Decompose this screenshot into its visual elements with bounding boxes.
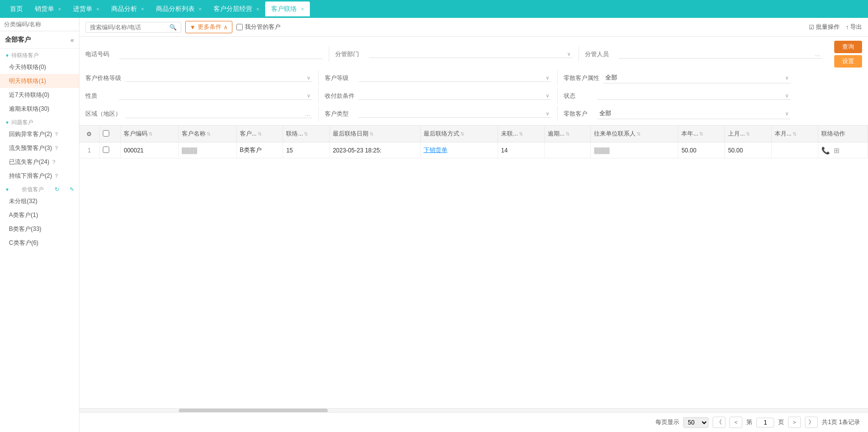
filter-customer-type: 客户类型 ∨ bbox=[325, 110, 552, 118]
filter-person-select[interactable]: … bbox=[619, 50, 822, 59]
per-page-select[interactable]: 50 100 200 bbox=[683, 417, 709, 428]
sidebar-value-edit[interactable]: ✎ bbox=[70, 186, 74, 193]
sort-name-icon[interactable]: ⇅ bbox=[207, 131, 211, 137]
query-btn[interactable]: 查询 bbox=[834, 41, 862, 53]
td-company-contact: ████ bbox=[591, 143, 678, 158]
sort-overdue-icon[interactable]: ⇅ bbox=[566, 131, 570, 137]
sidebar-item-today[interactable]: 今天待联络(0) bbox=[0, 60, 79, 74]
sort-this-year-icon[interactable]: ⇅ bbox=[699, 131, 703, 137]
filter-arrow-icon: ∧ bbox=[223, 24, 228, 31]
top-nav: 首页 销货单 × 进货单 × 商品分析 × 商品分析列表 × 客户分层经营 × … bbox=[0, 0, 868, 18]
sidebar-item-class-a[interactable]: A类客户(1) bbox=[0, 208, 79, 222]
action-phone-icon[interactable]: 📞 bbox=[821, 146, 830, 154]
horizontal-scrollbar[interactable] bbox=[79, 408, 868, 412]
nav-purchase[interactable]: 进货单 × bbox=[67, 1, 105, 16]
more-filter-btn[interactable]: ▼ 更多条件 ∧ bbox=[185, 21, 232, 33]
sidebar-item-class-b[interactable]: B类客户(33) bbox=[0, 222, 79, 236]
page-number-input[interactable] bbox=[756, 418, 774, 428]
last-page-btn[interactable]: 》 bbox=[805, 417, 818, 428]
filter-price-grade-select[interactable]: ∨ bbox=[125, 74, 312, 82]
sort-company-contact-icon[interactable]: ⇅ bbox=[637, 131, 641, 137]
sort-no-contact-icon[interactable]: ⇅ bbox=[519, 131, 523, 137]
filter-region-select[interactable]: … bbox=[125, 110, 312, 118]
filter-customer-grade-select[interactable]: ∨ bbox=[359, 74, 552, 82]
sidebar-item-7days[interactable]: 近7天待联络(0) bbox=[0, 88, 79, 102]
sort-method-icon[interactable]: ⇅ bbox=[460, 131, 464, 137]
sidebar-item-abnormal[interactable]: 回购异常客户(2) ？ bbox=[0, 127, 79, 141]
nav-customer-contact[interactable]: 客户联络 × bbox=[265, 1, 310, 16]
td-code: 000021 bbox=[121, 143, 179, 158]
sidebar-value-refresh[interactable]: ↻ bbox=[55, 186, 59, 193]
filter-retail-select[interactable]: 全部 ∨ bbox=[597, 108, 791, 119]
sidebar-item-tomorrow[interactable]: 明天待联络(1) bbox=[0, 74, 79, 88]
filter-region: 区域（地区） … bbox=[85, 110, 312, 118]
filter-divider-2 bbox=[579, 47, 579, 62]
main-search-input[interactable] bbox=[90, 24, 169, 31]
sidebar-item-ungroup[interactable]: 未分组(32) bbox=[0, 194, 79, 208]
td-this-month bbox=[771, 143, 818, 158]
sort-date-icon[interactable]: ⇅ bbox=[369, 131, 373, 137]
sidebar-item-class-c[interactable]: C类客户(6) bbox=[0, 236, 79, 250]
nav-sales[interactable]: 销货单 × bbox=[29, 1, 67, 16]
set-btn[interactable]: 设置 bbox=[834, 55, 862, 68]
filter-phone-input[interactable] bbox=[119, 50, 323, 59]
row-checkbox[interactable] bbox=[103, 146, 109, 153]
nav-product-list-close[interactable]: × bbox=[199, 6, 202, 12]
th-gear[interactable]: ⚙ bbox=[79, 126, 99, 143]
nav-sales-close[interactable]: × bbox=[58, 6, 61, 12]
action-grid-icon[interactable]: ⊞ bbox=[834, 146, 840, 154]
gear-icon[interactable]: ⚙ bbox=[86, 131, 92, 138]
filter-status-select[interactable]: ∨ bbox=[597, 92, 791, 100]
sidebar-collapse-icon[interactable]: « bbox=[71, 36, 74, 44]
my-customers-checkbox-label[interactable]: 我分管的客户 bbox=[236, 23, 281, 31]
batch-op-btn[interactable]: ☑ 批量操作 bbox=[809, 23, 840, 31]
td-last-method-link[interactable]: 下销货单 bbox=[424, 146, 447, 153]
select-all-checkbox[interactable] bbox=[103, 130, 109, 137]
filter-payment-arrow: ∨ bbox=[546, 93, 549, 98]
sidebar-item-abnormal-icon: ？ bbox=[54, 131, 59, 137]
table-header-row: ⚙ 客户编码 ⇅ 客户名称 bbox=[79, 126, 868, 143]
filter-status: 状态 ∨ bbox=[564, 92, 791, 100]
filter-dept-select[interactable]: ∨ bbox=[369, 50, 573, 58]
nav-product-list[interactable]: 商品分析列表 × bbox=[150, 1, 208, 16]
sort-type-icon[interactable]: ⇅ bbox=[258, 131, 262, 137]
main-search-icon[interactable]: 🔍 bbox=[169, 24, 177, 31]
filter-nature: 性质 ∨ bbox=[85, 92, 312, 100]
sidebar-search-input[interactable] bbox=[4, 21, 78, 28]
td-company-contact-blur: ████ bbox=[594, 147, 609, 153]
filter-region-more: … bbox=[305, 111, 310, 117]
td-checkbox bbox=[99, 143, 121, 158]
sidebar-item-churned[interactable]: 已流失客户(24) ？ bbox=[0, 155, 79, 169]
sidebar-all-customers[interactable]: 全部客户 « bbox=[0, 31, 79, 49]
filter-customer-type-select[interactable]: ∨ bbox=[359, 110, 552, 118]
nav-purchase-close[interactable]: × bbox=[96, 6, 99, 12]
sort-code-icon[interactable]: ⇅ bbox=[148, 131, 152, 137]
export-btn[interactable]: ↑ 导出 bbox=[846, 23, 862, 31]
sort-this-month-icon[interactable]: ⇅ bbox=[793, 131, 796, 137]
nav-product-analysis[interactable]: 商品分析 × bbox=[105, 1, 150, 16]
nav-customer-segment[interactable]: 客户分层经营 × bbox=[208, 1, 265, 16]
toolbar: 🔍 ▼ 更多条件 ∧ 我分管的客户 ☑ 批量操作 ↑ 导出 bbox=[79, 18, 868, 37]
th-this-year: 本年... ⇅ bbox=[678, 126, 725, 143]
nav-product-analysis-close[interactable]: × bbox=[141, 6, 144, 12]
prev-page-btn[interactable]: ＜ bbox=[729, 417, 742, 428]
filter-status-label: 状态 bbox=[564, 92, 593, 100]
filter-payment-select[interactable]: ∨ bbox=[359, 92, 552, 100]
my-customers-checkbox[interactable] bbox=[236, 24, 243, 30]
nav-customer-segment-close[interactable]: × bbox=[256, 6, 259, 12]
sort-last-month-icon[interactable]: ⇅ bbox=[746, 131, 750, 137]
filter-nature-select[interactable]: ∨ bbox=[119, 92, 312, 100]
td-this-year: 50.00 bbox=[678, 143, 725, 158]
main-search-box: 🔍 bbox=[85, 22, 181, 33]
filter-retail-attr-select[interactable]: 全部 ∨ bbox=[603, 72, 791, 83]
sort-contact-icon[interactable]: ⇅ bbox=[304, 131, 308, 137]
sidebar-item-churn-warn[interactable]: 流失预警客户(3) ？ bbox=[0, 141, 79, 155]
next-page-btn[interactable]: ＞ bbox=[788, 417, 801, 428]
sidebar-item-overdue[interactable]: 逾期未联络(30) bbox=[0, 102, 79, 116]
page-label: 第 bbox=[746, 418, 752, 427]
filter-customer-grade: 客户等级 ∨ bbox=[325, 74, 552, 82]
nav-home[interactable]: 首页 bbox=[4, 1, 29, 16]
sidebar-item-declining[interactable]: 持续下滑客户(2) ？ bbox=[0, 169, 79, 183]
first-page-btn[interactable]: 《 bbox=[713, 417, 725, 428]
nav-customer-contact-close[interactable]: × bbox=[301, 6, 304, 12]
